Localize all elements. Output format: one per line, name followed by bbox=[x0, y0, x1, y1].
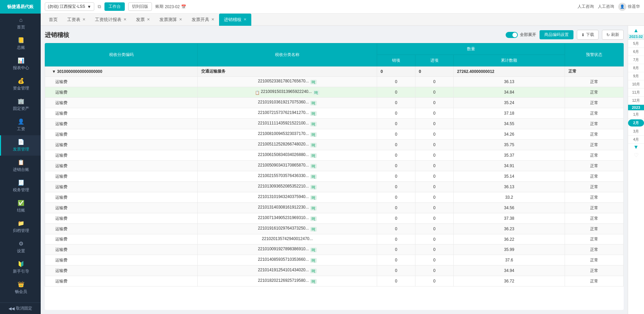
table-row[interactable]: 运输费 221014191254101434020...吨 0 0 34.94 … bbox=[45, 266, 624, 276]
detail-cumulative: 35.37 bbox=[453, 150, 565, 161]
table-row[interactable]: 运输费 221008100945323037170...吨 0 0 34.26 … bbox=[45, 129, 624, 140]
table-row[interactable]: 运输费 221005090343170865870...吨 0 0 34.91 … bbox=[45, 161, 624, 171]
file-icon: 📋 bbox=[255, 91, 260, 95]
table-row[interactable]: ▼ 30100000000000000000 交通运输服务 0 0 27262.… bbox=[45, 66, 624, 77]
support-link[interactable]: 人工咨询 bbox=[578, 4, 594, 9]
tab-home[interactable]: 首页 bbox=[44, 14, 62, 26]
sidebar-item-reports[interactable]: 📊 报表中心 bbox=[0, 54, 41, 74]
table-row[interactable]: 运输费 221013093652085352210...吨 0 0 36.13 … bbox=[45, 182, 624, 192]
sidebar-item-label: 总账 bbox=[17, 45, 25, 51]
switch-version-button[interactable]: 切到旧版 bbox=[128, 2, 152, 11]
table-row[interactable]: 运输费 📋221009150313965922240...吨 0 0 34.84… bbox=[45, 87, 624, 98]
table-row[interactable]: 运输费 221002155703576436330...吨 0 0 35.14 … bbox=[45, 171, 624, 182]
tab-payroll-report[interactable]: 工资统计报表 ✕ bbox=[90, 14, 131, 26]
sidebar-item-archive[interactable]: 📁 归档管理 bbox=[0, 217, 41, 237]
tab-close-icon[interactable]: ✕ bbox=[211, 17, 214, 22]
ledger-icon: 📒 bbox=[18, 37, 24, 43]
detail-sales: 0 bbox=[377, 171, 415, 182]
sidebar-item-guide[interactable]: 🔰 新手引导 bbox=[0, 257, 41, 278]
guide-icon: 🔰 bbox=[18, 261, 24, 267]
sidebar-item-label: 首页 bbox=[17, 24, 25, 30]
copy-icon[interactable]: ⧉ bbox=[98, 4, 101, 9]
refresh-button[interactable]: ↻ 刷新 bbox=[602, 30, 624, 40]
detail-status: 正常 bbox=[565, 171, 624, 182]
settings-icon: ⚙ bbox=[19, 240, 23, 247]
detail-status: 正常 bbox=[565, 140, 624, 150]
sidebar-item-assets[interactable]: 🏢 固定资产 bbox=[0, 95, 41, 115]
month-may[interactable]: 5月 bbox=[628, 40, 644, 48]
sidebar-item-invoice[interactable]: 📄 发票管理 bbox=[0, 135, 41, 156]
tab-invoice[interactable]: 发票 ✕ bbox=[131, 14, 155, 26]
month-oct[interactable]: 10月 bbox=[628, 80, 644, 89]
tab-close-icon[interactable]: ✕ bbox=[179, 17, 182, 22]
table-row[interactable]: 运输费 221013101943240375940...吨 0 0 33.2 正… bbox=[45, 192, 624, 203]
toggle-track[interactable] bbox=[506, 32, 518, 38]
assets-icon: 🏢 bbox=[18, 98, 24, 104]
topbar-right: 人工咨询 人工咨询 👤 徐遥华 bbox=[578, 3, 640, 11]
month-mar[interactable]: 3月 bbox=[628, 127, 644, 136]
table-row[interactable]: 运输费 221006150834034026880...吨 0 0 35.37 … bbox=[45, 150, 624, 161]
table-row[interactable]: 运输费 221005233817801765670...吨 0 0 36.13 … bbox=[45, 77, 624, 87]
download-icon: ⬇ bbox=[581, 33, 585, 37]
month-jan[interactable]: 1月 bbox=[628, 111, 644, 119]
table-row[interactable]: 运输费 221020135742940012470... 0 0 36.22 正… bbox=[45, 234, 624, 244]
unpin-button[interactable]: ◀◀ 取消固定 bbox=[0, 302, 41, 314]
detail-code: 221014191254101434020...吨 bbox=[198, 266, 377, 276]
detail-status: 正常 bbox=[565, 266, 624, 276]
calendar-down-arrow[interactable]: ▼ bbox=[633, 144, 640, 151]
calendar-icon[interactable]: 📅 bbox=[181, 4, 186, 9]
detail-sales: 0 bbox=[377, 87, 415, 98]
sidebar-item-funds[interactable]: 💰 资金管理 bbox=[0, 74, 41, 95]
detail-sales: 0 bbox=[377, 119, 415, 129]
month-sep[interactable]: 9月 bbox=[628, 72, 644, 80]
tab-close-icon[interactable]: ✕ bbox=[123, 17, 126, 22]
tab-reconcile[interactable]: 进销稽核 ✕ bbox=[219, 14, 251, 26]
detail-sales: 0 bbox=[377, 244, 415, 255]
table-row[interactable]: 运输费 221011111435921522100...吨 0 0 34.55 … bbox=[45, 119, 624, 129]
month-nov[interactable]: 11月 bbox=[628, 89, 644, 97]
calendar-up-arrow[interactable]: ▲ bbox=[633, 27, 640, 34]
sidebar-item-payroll[interactable]: 👤 工资 bbox=[0, 115, 41, 135]
month-feb-active[interactable]: 2月 bbox=[628, 119, 644, 127]
sidebar-item-home[interactable]: ⌂ 首页 bbox=[0, 14, 41, 34]
table-row[interactable]: 运输费 221013140308161912230...吨 0 0 34.56 … bbox=[45, 203, 624, 213]
month-aug[interactable]: 8月 bbox=[628, 64, 644, 72]
unit-tag: 吨 bbox=[313, 90, 319, 95]
sidebar-item-member[interactable]: 👑 畅会员 bbox=[0, 278, 41, 298]
tab-payroll-table[interactable]: 工资表 ✕ bbox=[62, 14, 90, 26]
table-row[interactable]: 运输费 221007134905231969310...吨 0 0 37.38 … bbox=[45, 213, 624, 224]
month-jun[interactable]: 6月 bbox=[628, 48, 644, 56]
table-row[interactable]: 运输费 221018202126925719580...吨 0 0 36.72 … bbox=[45, 276, 624, 287]
sidebar-item-tax[interactable]: 🧾 税务管理 bbox=[0, 176, 41, 196]
workspace-button[interactable]: 工作台 bbox=[104, 2, 125, 11]
detail-code: 221005090343170865870...吨 bbox=[198, 161, 377, 171]
tab-close-icon[interactable]: ✕ bbox=[147, 17, 150, 22]
table-row[interactable]: 运输费 221019161029764373250...吨 0 0 36.23 … bbox=[45, 224, 624, 234]
tab-invoice-calc[interactable]: 发票测算 ✕ bbox=[155, 14, 187, 26]
tab-close-icon[interactable]: ✕ bbox=[82, 17, 85, 22]
sidebar-item-settle[interactable]: ✅ 结账 bbox=[0, 196, 41, 217]
support-text[interactable]: 人工咨询 bbox=[598, 4, 614, 9]
expand-toggle[interactable]: 全部展开 bbox=[506, 32, 536, 38]
table-row[interactable]: 运输费 221014085935710353660...吨 0 0 37.6 正… bbox=[45, 255, 624, 266]
month-jul[interactable]: 7月 bbox=[628, 56, 644, 64]
detail-code: 221019103619217075360...吨 bbox=[198, 98, 377, 108]
detail-status: 正常 bbox=[565, 150, 624, 161]
user-info[interactable]: 👤 徐遥华 bbox=[618, 3, 640, 11]
table-row[interactable]: 运输费 221019103619217075360...吨 0 0 35.24 … bbox=[45, 98, 624, 108]
table-row[interactable]: 运输费 221010091927898386910...吨 0 0 35.99 … bbox=[45, 244, 624, 255]
table-row[interactable]: 运输费 221007215737621941270...吨 0 0 37.18 … bbox=[45, 108, 624, 119]
sidebar-item-settings[interactable]: ⚙ 设置 bbox=[0, 237, 41, 257]
company-selector[interactable]: (勿动) 江西报宝-LSS ▼ bbox=[45, 2, 94, 11]
download-button[interactable]: ⬇ 下载 bbox=[577, 30, 599, 40]
month-apr[interactable]: 4月 bbox=[628, 136, 644, 144]
unit-tag: 吨 bbox=[310, 216, 317, 221]
table-row[interactable]: 运输费 221005112528266748020...吨 0 0 35.75 … bbox=[45, 140, 624, 150]
sidebar-item-sales[interactable]: 📋 进销台账 bbox=[0, 156, 41, 176]
month-dec[interactable]: 12月 bbox=[628, 97, 644, 105]
detail-code: 221007134905231969310...吨 bbox=[198, 213, 377, 224]
sidebar-item-ledger[interactable]: 📒 总账 bbox=[0, 34, 41, 54]
tab-invoice-open[interactable]: 发票开具 ✕ bbox=[187, 14, 219, 26]
tab-close-icon[interactable]: ✕ bbox=[243, 17, 247, 22]
settings-button[interactable]: 商品编码设置 bbox=[540, 30, 573, 39]
